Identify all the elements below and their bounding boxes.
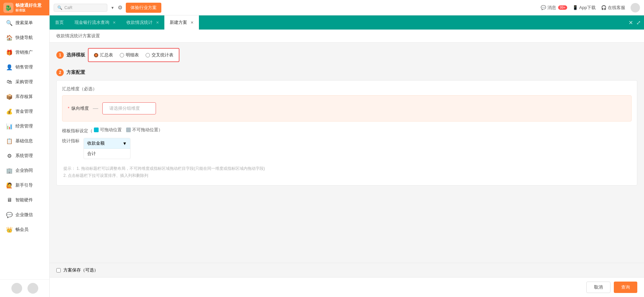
tab-home[interactable]: 首页 bbox=[50, 15, 69, 30]
notification-btn[interactable]: 💬 消息 99+ bbox=[541, 5, 567, 11]
service-label: 在线客服 bbox=[608, 5, 625, 11]
indicator-table-header[interactable]: 收款金额 ▼ bbox=[84, 138, 130, 149]
search-dropdown-icon[interactable]: ▼ bbox=[111, 6, 114, 10]
sidebar-item-wechat[interactable]: 💬 企业微信 bbox=[0, 207, 49, 222]
app-download-btn[interactable]: 📱 App下载 bbox=[573, 5, 596, 11]
sidebar-item-label: 快捷导航 bbox=[15, 35, 33, 41]
marketing-icon: 🎁 bbox=[6, 49, 13, 56]
section1-num: 1 bbox=[56, 51, 64, 59]
tab-new-plan[interactable]: 新建方案 ✕ bbox=[164, 15, 199, 30]
app-download-icon: 📱 bbox=[573, 5, 578, 10]
cancel-button[interactable]: 取消 bbox=[586, 282, 610, 293]
radio-summary[interactable] bbox=[94, 53, 98, 57]
sidebar-item-inventory[interactable]: 📦 库存核算 bbox=[0, 89, 49, 104]
option-summary[interactable]: 汇总表 bbox=[94, 52, 113, 58]
logo-sub: 标准版 bbox=[15, 8, 42, 13]
required-mark: * bbox=[68, 106, 69, 111]
main-area: 🔍 CaR ▼ ⚙ 体验行业方案 💬 消息 99+ 📱 App下载 🎧 在线客服 bbox=[50, 0, 644, 297]
tip-1: 提示： 1. 拖动标题栏可以调整布局，不可跨维度或指标区域拖动栏目字段(只能在同… bbox=[63, 166, 632, 171]
sidebar-item-label: 企业微信 bbox=[15, 212, 33, 218]
sidebar-item-label: 畅会员 bbox=[15, 227, 29, 233]
sidebar-item-label: 搜索菜单 bbox=[15, 20, 33, 26]
tab-collection-stat-label: 收款情况统计 bbox=[126, 19, 153, 26]
sidebar-item-marketing[interactable]: 🎁 营销推广 bbox=[0, 45, 49, 60]
sidebar-item-operations[interactable]: 📊 经营管理 bbox=[0, 119, 49, 134]
sidebar-item-smart-hw[interactable]: 🖥 智能硬件 bbox=[0, 193, 49, 207]
user-avatar-small bbox=[11, 283, 22, 294]
page-header: 收款情况统计方案设置 bbox=[50, 30, 644, 43]
search-value: CaR bbox=[64, 5, 72, 10]
notification-badge: 99+ bbox=[558, 5, 567, 10]
dimension-row: * 纵向维度 — 请选择分组维度 bbox=[68, 102, 626, 114]
sidebar-item-finance[interactable]: 💰 资金管理 bbox=[0, 104, 49, 119]
search-box[interactable]: 🔍 CaR bbox=[54, 4, 107, 12]
draggable-color-box bbox=[94, 128, 99, 132]
tab-bank-flow[interactable]: 现金银行流水查询 ✕ bbox=[69, 15, 121, 30]
sidebar-item-purchase[interactable]: 🛍 采购管理 bbox=[0, 75, 49, 89]
indicators-label: 模板指标设定（ 可拖动位置 不可拖动位置） bbox=[62, 127, 632, 134]
notification-icon: 💬 bbox=[541, 5, 546, 10]
template-options: 汇总表 明细表 交叉统计表 bbox=[88, 48, 179, 62]
vertical-dim-text: 纵向维度 bbox=[71, 106, 89, 111]
notification-label: 消息 bbox=[547, 5, 556, 11]
radio-cross[interactable] bbox=[146, 53, 150, 57]
member-icon: 👑 bbox=[6, 227, 13, 233]
option-detail[interactable]: 明细表 bbox=[120, 52, 139, 58]
column-header-label: 收款金额 bbox=[87, 140, 105, 146]
option-detail-label: 明细表 bbox=[126, 52, 139, 58]
wechat-icon: 💬 bbox=[6, 212, 13, 218]
sidebar-item-label: 基础信息 bbox=[15, 138, 33, 144]
query-button[interactable]: 查询 bbox=[614, 282, 637, 293]
sidebar-item-search-menu[interactable]: 🔍 搜索菜单 bbox=[0, 15, 49, 30]
sidebar-item-basic-info[interactable]: 📋 基础信息 bbox=[0, 134, 49, 148]
tab-new-plan-label: 新建方案 bbox=[170, 19, 187, 26]
column-dropdown-icon[interactable]: ▼ bbox=[122, 141, 127, 146]
save-checkbox[interactable] bbox=[56, 268, 61, 273]
sidebar-item-system[interactable]: ⚙ 系统管理 bbox=[0, 148, 49, 163]
section2-header: 2 方案配置 bbox=[56, 69, 637, 76]
tab-collection-stat[interactable]: 收款情况统计 ✕ bbox=[121, 15, 164, 30]
tab-maximize-icon[interactable]: ⤢ bbox=[636, 19, 641, 26]
sidebar: 🐉 畅捷通好生意 标准版 🔍 搜索菜单 🏠 快捷导航 🎁 营销推广 👤 销售管理… bbox=[0, 0, 50, 297]
gear-icon[interactable]: ⚙ bbox=[118, 4, 122, 11]
sidebar-item-enterprise[interactable]: 🏢 企业协同 bbox=[0, 163, 49, 178]
tab-new-plan-close[interactable]: ✕ bbox=[191, 20, 194, 25]
footer-buttons: 取消 查询 bbox=[50, 277, 644, 297]
sidebar-item-newbie[interactable]: 🙋 新手引导 bbox=[0, 178, 49, 193]
sidebar-item-label: 营销推广 bbox=[15, 49, 33, 55]
tab-close-all-icon[interactable]: ✕ bbox=[629, 19, 633, 26]
user-avatar[interactable] bbox=[631, 3, 640, 12]
smart-hw-icon: 🖥 bbox=[6, 197, 13, 203]
basic-info-icon: 📋 bbox=[6, 138, 13, 144]
enterprise-icon: 🏢 bbox=[6, 167, 13, 174]
inventory-icon: 📦 bbox=[6, 94, 13, 100]
dimension-select[interactable]: 请选择分组维度 bbox=[102, 102, 156, 114]
sidebar-item-label: 经营管理 bbox=[15, 123, 33, 129]
sidebar-item-sales[interactable]: 👤 销售管理 bbox=[0, 60, 49, 75]
tips-section: 提示： 1. 拖动标题栏可以调整布局，不可跨维度或指标区域拖动栏目字段(只能在同… bbox=[62, 166, 632, 179]
dimension-placeholder: 请选择分组维度 bbox=[109, 106, 140, 111]
radio-detail[interactable] bbox=[120, 53, 124, 57]
industry-btn[interactable]: 体验行业方案 bbox=[126, 3, 161, 13]
user-avatar-small2 bbox=[28, 283, 38, 294]
quick-nav-icon: 🏠 bbox=[6, 35, 13, 41]
indicators-layout: 统计指标 收款金额 ▼ 合计 bbox=[62, 137, 632, 159]
sidebar-item-quick-nav[interactable]: 🏠 快捷导航 bbox=[0, 30, 49, 45]
tip-2: 2. 点击标题栏下拉可设置排序、插入列和删除列 bbox=[63, 173, 632, 179]
draggable-hint: 可拖动位置 bbox=[100, 127, 122, 133]
non-draggable-hint-container: 不可拖动位置） bbox=[126, 127, 163, 133]
search-menu-icon: 🔍 bbox=[6, 20, 13, 26]
tab-bar: 首页 现金银行流水查询 ✕ 收款情况统计 ✕ 新建方案 ✕ ✕ ⤢ bbox=[50, 15, 644, 30]
config-section: 汇总维度（必选） * 纵向维度 — 请选择分组维度 bbox=[56, 80, 637, 186]
sidebar-item-member[interactable]: 👑 畅会员 bbox=[0, 222, 49, 237]
purchase-icon: 🛍 bbox=[6, 79, 13, 85]
tab-collection-stat-close[interactable]: ✕ bbox=[156, 20, 159, 25]
online-service-btn[interactable]: 🎧 在线客服 bbox=[601, 5, 625, 11]
option-cross[interactable]: 交叉统计表 bbox=[146, 52, 173, 58]
sidebar-item-label: 企业协同 bbox=[15, 167, 33, 174]
tab-bank-flow-label: 现金银行流水查询 bbox=[74, 19, 109, 26]
option-cross-label: 交叉统计表 bbox=[152, 52, 173, 58]
non-draggable-color-box bbox=[126, 128, 131, 132]
sidebar-item-label: 资金管理 bbox=[15, 108, 33, 114]
tab-bank-flow-close[interactable]: ✕ bbox=[113, 20, 116, 25]
